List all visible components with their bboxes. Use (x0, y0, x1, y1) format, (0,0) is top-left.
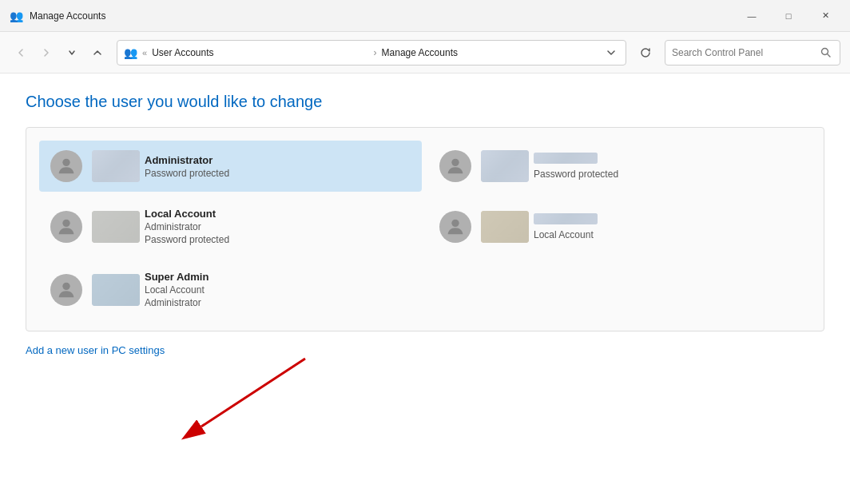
avatar-image-4 (481, 211, 529, 243)
account-detail-superadmin-1: Local Account (145, 284, 209, 296)
svg-point-5 (451, 219, 459, 226)
navbar: 👥 « User Accounts › Manage Accounts (0, 32, 850, 73)
address-dropdown-button[interactable] (603, 45, 619, 61)
titlebar-left: 👥 Manage Accounts (10, 10, 105, 22)
svg-point-3 (451, 159, 459, 166)
refresh-button[interactable] (634, 42, 657, 64)
address-part2: Manage Accounts (382, 47, 598, 58)
account-info-superadmin: Super Admin Local Account Administrator (145, 271, 209, 308)
account-info-4: Local Account (534, 213, 598, 240)
close-button[interactable]: ✕ (807, 3, 844, 29)
page-heading: Choose the user you would like to change (26, 93, 824, 111)
account-detail-local1-2: Password protected (145, 234, 229, 245)
red-arrow-annotation (153, 351, 329, 446)
svg-point-4 (62, 219, 70, 226)
svg-line-1 (827, 54, 830, 58)
forward-button[interactable] (35, 42, 58, 64)
accounts-area: Administrator Password protected (26, 127, 824, 357)
avatar-2 (439, 150, 471, 182)
blurred-name-2 (534, 153, 598, 164)
account-card-local1[interactable]: Local Account Administrator Password pro… (39, 198, 422, 255)
titlebar: 👥 Manage Accounts — □ ✕ (0, 0, 850, 32)
main-content: Choose the user you would like to change… (0, 73, 850, 504)
svg-point-6 (62, 282, 70, 289)
recent-locations-button[interactable] (61, 42, 83, 64)
avatar-image-2 (481, 150, 529, 182)
account-detail-2: Password protected (534, 169, 618, 180)
account-name-admin: Administrator (145, 154, 229, 166)
address-bar[interactable]: 👥 « User Accounts › Manage Accounts (117, 40, 626, 65)
address-part1: User Accounts (152, 47, 368, 58)
account-info-local1: Local Account Administrator Password pro… (145, 208, 229, 245)
avatar-4 (439, 211, 471, 243)
svg-point-2 (62, 159, 70, 166)
accounts-grid: Administrator Password protected (39, 141, 811, 318)
restore-button[interactable]: □ (770, 3, 807, 29)
address-breadcrumb-sep: « (142, 48, 147, 58)
search-bar[interactable] (665, 40, 840, 65)
app-icon: 👥 (10, 10, 23, 22)
blurred-name-4 (534, 213, 598, 224)
account-card-admin[interactable]: Administrator Password protected (39, 141, 422, 192)
svg-line-8 (201, 359, 305, 427)
titlebar-controls: — □ ✕ (733, 3, 844, 29)
account-info-admin: Administrator Password protected (145, 154, 229, 179)
accounts-panel: Administrator Password protected (26, 127, 824, 331)
account-name-superadmin: Super Admin (145, 271, 209, 283)
search-button[interactable] (817, 45, 833, 61)
account-card-superadmin[interactable]: Super Admin Local Account Administrator (39, 261, 422, 318)
titlebar-title: Manage Accounts (30, 10, 105, 22)
account-info-2: Password protected (534, 153, 618, 180)
avatar-image-superadmin (92, 274, 140, 306)
address-separator: › (374, 47, 377, 58)
back-button[interactable] (10, 42, 32, 64)
account-name-local1: Local Account (145, 208, 229, 220)
avatar-superadmin (50, 274, 82, 306)
search-input[interactable] (672, 47, 817, 58)
minimize-button[interactable]: — (733, 3, 770, 29)
account-detail-4: Local Account (534, 229, 598, 240)
avatar-image-local1 (92, 211, 140, 243)
account-detail-superadmin-2: Administrator (145, 297, 209, 308)
avatar-local1 (50, 211, 82, 243)
account-card-2[interactable]: Password protected (428, 141, 811, 192)
up-button[interactable] (86, 42, 109, 64)
account-detail-admin: Password protected (145, 168, 229, 179)
account-card-4[interactable]: Local Account (428, 198, 811, 255)
avatar-admin (50, 150, 82, 182)
account-detail-local1-1: Administrator (145, 221, 229, 232)
add-user-link[interactable]: Add a new user in PC settings (26, 344, 165, 356)
avatar-image-admin (92, 150, 140, 182)
address-icon: 👥 (124, 46, 137, 59)
